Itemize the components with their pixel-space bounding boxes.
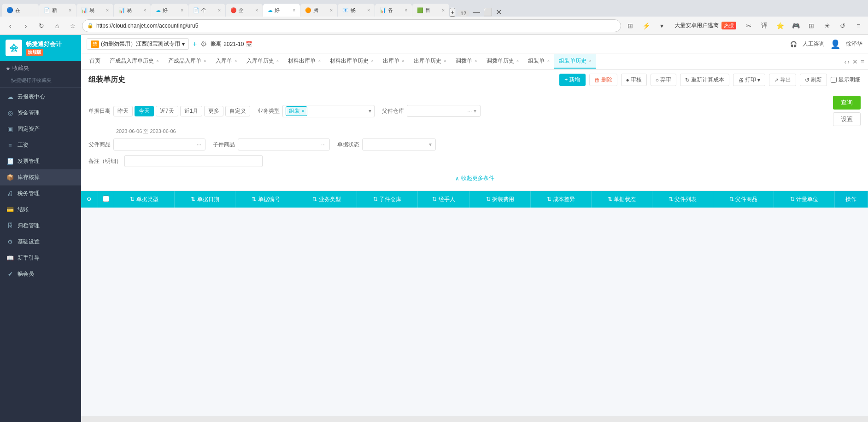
sidebar-item-tax[interactable]: 🖨 税务管理	[0, 185, 81, 202]
date-btn-custom[interactable]: 自定义	[225, 106, 250, 116]
scissors-icon[interactable]: ✂	[743, 20, 755, 32]
query-button[interactable]: 查询	[833, 96, 861, 110]
nav-tab-outbound[interactable]: 出库单 ×	[378, 54, 409, 69]
sidebar-item-invoice[interactable]: 🧾 发票管理	[0, 153, 81, 169]
table-th-cost-diff[interactable]: ⇅ 成本差异	[530, 191, 591, 208]
nav-tab-close-12[interactable]: ×	[589, 58, 592, 64]
sidebar-item-settlement[interactable]: 💳 结账	[0, 202, 81, 218]
game-icon[interactable]: 🎮	[790, 20, 802, 32]
notes-input[interactable]	[124, 155, 263, 167]
calendar-icon[interactable]: 📅	[246, 41, 252, 47]
nav-tab-inbound[interactable]: 入库单 ×	[211, 54, 242, 69]
table-th-bill-date[interactable]: ⇅ 单据日期	[175, 191, 235, 208]
bill-status-dropdown-icon[interactable]: ▾	[429, 141, 432, 148]
browser-tab-7[interactable]: 🔴 企 ×	[226, 4, 263, 17]
sidebar-item-fund[interactable]: ◎ 资金管理	[0, 105, 81, 121]
parent-warehouse-dropdown-icon[interactable]: ▾	[474, 108, 476, 114]
sun-icon[interactable]: ☀	[821, 20, 833, 32]
table-th-bill-status[interactable]: ⇅ 单据状态	[591, 191, 652, 208]
tab-close-7[interactable]: ×	[255, 8, 258, 13]
browser-tab-6[interactable]: 📄 个 ×	[188, 4, 225, 17]
sidebar-item-archive[interactable]: 🗄 归档管理	[0, 218, 81, 234]
sidebar-item-fixed-assets[interactable]: ▣ 固定资产	[0, 121, 81, 137]
sidebar-item-member[interactable]: ✔ 畅会员	[0, 266, 81, 282]
table-th-bill-no[interactable]: ⇅ 单据编号	[235, 191, 296, 208]
nav-tab-close-5[interactable]: ×	[318, 58, 321, 64]
home-button[interactable]: ⌂	[51, 19, 64, 32]
tab-close-6[interactable]: ×	[218, 8, 221, 13]
tabs-next-icon[interactable]: ›	[847, 58, 850, 65]
browser-tab-10[interactable]: 📧 畅 ×	[338, 4, 375, 17]
nav-tab-close-10[interactable]: ×	[516, 58, 519, 64]
browser-tab-2[interactable]: 📄 新 ×	[39, 4, 76, 17]
parent-goods-more-icon[interactable]: ···	[197, 141, 201, 148]
browser-tab-3[interactable]: 📊 易 ×	[76, 4, 113, 17]
tag-remove-icon[interactable]: ×	[301, 109, 304, 114]
lightning-button[interactable]: ⚡	[639, 19, 652, 32]
gear-icon[interactable]: ⚙	[87, 196, 92, 202]
recalculate-button[interactable]: ↻ 重新计算成本	[680, 74, 729, 86]
print-button[interactable]: 🖨 打印 ▾	[733, 74, 765, 86]
nav-tab-close-11[interactable]: ×	[547, 58, 550, 64]
minimize-button[interactable]: —	[473, 8, 480, 17]
user-avatar[interactable]: 👤	[830, 39, 840, 49]
tab-close-4[interactable]: ×	[143, 8, 146, 13]
browser-tab-4[interactable]: 📊 易 ×	[114, 4, 151, 17]
star-icon[interactable]: ⭐	[774, 20, 786, 32]
nav-tab-assembly[interactable]: 组装单 ×	[523, 54, 554, 69]
close-button[interactable]: ✕	[496, 8, 502, 17]
abandon-button[interactable]: ○ 弃审	[651, 74, 676, 86]
company-selector[interactable]: 禁 (勿删勿禁用）江西服宝测试专用 ▾	[87, 38, 189, 50]
date-btn-7days[interactable]: 近7天	[156, 106, 178, 116]
date-btn-yesterday[interactable]: 昨天	[113, 106, 133, 116]
table-th-parent-list[interactable]: ⇅ 父件列表	[652, 191, 713, 208]
address-bar[interactable]: 🔒 https://cloud.chanjet.com/accounting/u…	[82, 19, 621, 32]
collapse-button[interactable]: ∧ 收起更多条件	[88, 172, 861, 185]
export-button[interactable]: ↗ 导出	[769, 74, 796, 86]
nav-tab-transfer-history[interactable]: 调拨单历史 ×	[482, 54, 524, 69]
table-th-biz-type[interactable]: ⇅ 业务类型	[296, 191, 357, 208]
browser-tab-1[interactable]: 🔵 在	[2, 4, 39, 17]
nav-tab-close-8[interactable]: ×	[444, 58, 446, 64]
add-button[interactable]: + 新增	[559, 74, 585, 86]
nav-tab-outbound-history[interactable]: 出库单历史 ×	[409, 54, 451, 69]
nav-tab-transfer[interactable]: 调拨单 ×	[451, 54, 482, 69]
nav-tab-close-2[interactable]: ×	[204, 58, 206, 64]
dropdown-button[interactable]: ▾	[655, 19, 668, 32]
browser-tab-8[interactable]: ☁ 好 ×	[263, 4, 300, 17]
nav-tab-assembly-history[interactable]: 组装单历史 ×	[554, 54, 596, 69]
table-th-parent-goods[interactable]: ⇅ 父件商品	[713, 191, 774, 208]
nav-tab-close-3[interactable]: ×	[235, 58, 237, 64]
add-company-button[interactable]: +	[193, 40, 197, 48]
nav-tab-finished-history[interactable]: 产成品入库单历史 ×	[105, 54, 164, 69]
select-all-checkbox[interactable]	[103, 196, 109, 202]
audit-button[interactable]: ● 审核	[621, 74, 647, 86]
table-th-handler[interactable]: ⇅ 经手人	[418, 191, 470, 208]
headset-icon[interactable]: 🎧	[790, 41, 797, 47]
sidebar-item-salary[interactable]: ≡ 工资	[0, 137, 81, 153]
maximize-button[interactable]: ⬜	[483, 8, 493, 17]
settings-button[interactable]: ⚙	[200, 40, 207, 48]
bookmark-button[interactable]: ☆	[66, 19, 79, 32]
browser-tab-11[interactable]: 📊 各 ×	[375, 4, 412, 17]
sidebar-item-cloud-report[interactable]: ☁ 云报表中心	[0, 89, 81, 105]
delete-button[interactable]: 🗑 删除	[589, 74, 617, 86]
child-goods-more-icon[interactable]: ···	[321, 141, 326, 148]
date-btn-more[interactable]: 更多	[204, 106, 223, 116]
extensions-button[interactable]: ⊞	[624, 19, 637, 32]
forward-button[interactable]: ›	[19, 19, 32, 32]
translate-icon[interactable]: 译	[758, 20, 770, 32]
tab-close-10[interactable]: ×	[367, 8, 370, 13]
grid-icon[interactable]: ⊞	[805, 20, 817, 32]
nav-tab-close-1[interactable]: ×	[156, 58, 159, 64]
back-button[interactable]: ‹	[4, 19, 17, 32]
table-th-child-warehouse[interactable]: ⇅ 子件仓库	[357, 191, 418, 208]
tab-close-3[interactable]: ×	[106, 8, 109, 13]
nav-tab-home[interactable]: 首页	[85, 54, 105, 69]
tab-close-2[interactable]: ×	[69, 8, 71, 13]
show-detail-input[interactable]	[831, 77, 837, 83]
nav-tab-inbound-history[interactable]: 入库单历史 ×	[242, 54, 284, 69]
date-btn-1month[interactable]: 近1月	[180, 106, 203, 116]
tab-close-8[interactable]: ×	[293, 8, 295, 13]
nav-tab-finished[interactable]: 产成品入库单 ×	[164, 54, 211, 69]
